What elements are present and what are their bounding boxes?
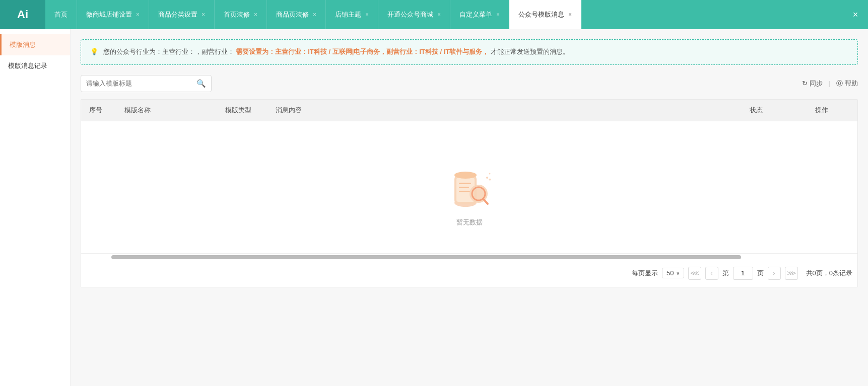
close-tab-weishop[interactable]: × — [136, 11, 140, 18]
data-table: 序号 模版名称 模版类型 消息内容 状态 操作 — [81, 100, 857, 254]
total-record-label: 共0页，0条记录 — [806, 269, 852, 278]
prev-page-icon: ‹ — [710, 269, 712, 277]
nav-tab-homepage[interactable]: 首页装修 × — [215, 0, 267, 29]
search-input[interactable] — [86, 80, 196, 87]
nav-tab-category[interactable]: 商品分类设置 × — [149, 0, 215, 29]
close-tab-theme[interactable]: × — [365, 11, 369, 18]
app-logo: Ai — [0, 0, 45, 29]
svg-point-11 — [489, 173, 490, 174]
svg-point-10 — [486, 177, 488, 179]
page-size-label: 每页显示 — [632, 269, 658, 278]
search-icon[interactable]: 🔍 — [196, 79, 206, 88]
help-icon: ⓪ — [836, 79, 843, 88]
help-button[interactable]: ⓪ 帮助 — [836, 79, 858, 88]
close-tab-custmenu[interactable]: × — [496, 11, 500, 18]
close-tab-homepage[interactable]: × — [254, 11, 257, 18]
svg-rect-3 — [459, 183, 471, 184]
col-action: 操作 — [807, 100, 857, 121]
empty-illustration — [439, 158, 500, 218]
nav-tab-wxshop[interactable]: 开通公众号商城 × — [378, 0, 450, 29]
toolbar-right: ↻ 同步 | ⓪ 帮助 — [802, 79, 858, 88]
sidebar-item-template-msg-log[interactable]: 模版消息记录 — [0, 55, 70, 76]
empty-state-cell: 暂无数据 — [81, 121, 857, 253]
page-label: 页 — [757, 269, 764, 278]
sync-button[interactable]: ↻ 同步 — [802, 79, 823, 88]
top-navigation: Ai 首页 微商城店铺设置 × 商品分类设置 × 首页装修 × 商品页装修 × … — [0, 0, 868, 29]
nav-tab-theme[interactable]: 店铺主题 × — [326, 0, 378, 29]
first-page-icon: ⋘ — [690, 269, 699, 277]
sidebar-item-template-msg[interactable]: 模版消息 — [0, 34, 70, 55]
toolbar-divider: | — [829, 80, 830, 87]
close-tab-tmplmsg[interactable]: × — [568, 11, 572, 18]
nav-tabs-container: 首页 微商城店铺设置 × 商品分类设置 × 首页装修 × 商品页装修 × 店铺主… — [45, 0, 843, 29]
search-bar: 🔍 ↻ 同步 | ⓪ 帮助 — [81, 75, 858, 92]
svg-point-9 — [454, 172, 477, 179]
empty-text: 暂无数据 — [456, 218, 483, 227]
table-container: 序号 模版名称 模版类型 消息内容 状态 操作 — [81, 99, 858, 287]
content-area: 💡 您的公众号行业为：主营行业：，副营行业： 需要设置为：主营行业：IT科技 /… — [71, 29, 868, 386]
col-status: 状态 — [742, 100, 807, 121]
page-size-select[interactable]: 50 ∨ — [662, 268, 684, 278]
search-input-wrap: 🔍 — [81, 75, 212, 92]
close-tab-wxshop[interactable]: × — [437, 11, 441, 18]
col-content: 消息内容 — [268, 100, 742, 121]
main-layout: 模版消息 模版消息记录 💡 您的公众号行业为：主营行业：，副营行业： 需要设置为… — [0, 29, 868, 386]
nav-tab-custmenu[interactable]: 自定义菜单 × — [450, 0, 509, 29]
page-text: 第 — [722, 269, 729, 278]
first-page-button[interactable]: ⋘ — [688, 267, 701, 280]
col-name: 模版名称 — [116, 100, 217, 121]
nav-tab-product[interactable]: 商品页装修 × — [267, 0, 326, 29]
sync-icon: ↻ — [802, 80, 808, 87]
prev-page-button[interactable]: ‹ — [705, 267, 718, 280]
nav-tab-weishop[interactable]: 微商城店铺设置 × — [77, 0, 149, 29]
svg-rect-4 — [459, 187, 469, 188]
notice-banner: 💡 您的公众号行业为：主营行业：，副营行业： 需要设置为：主营行业：IT科技 /… — [81, 39, 858, 65]
last-page-icon: ⋙ — [787, 269, 796, 277]
next-page-icon: › — [773, 269, 775, 277]
close-tab-category[interactable]: × — [202, 11, 205, 18]
col-type: 模版类型 — [217, 100, 268, 121]
col-seq: 序号 — [81, 100, 116, 121]
current-page-input[interactable] — [733, 267, 753, 280]
nav-tab-tmplmsg[interactable]: 公众号模版消息 × — [509, 0, 581, 29]
nav-tab-home[interactable]: 首页 — [45, 0, 77, 29]
sidebar: 模版消息 模版消息记录 — [0, 29, 71, 386]
svg-rect-5 — [459, 191, 470, 192]
close-all-tabs-button[interactable]: × — [843, 0, 868, 29]
pagination: 每页显示 50 ∨ ⋘ ‹ 第 页 › ⋙ — [81, 260, 857, 287]
horizontal-scrollbar[interactable] — [81, 254, 857, 260]
empty-state: 暂无数据 — [89, 127, 849, 247]
chevron-down-icon: ∨ — [676, 270, 680, 276]
notice-icon: 💡 — [90, 48, 98, 55]
close-tab-product[interactable]: × — [313, 11, 316, 18]
next-page-button[interactable]: › — [768, 267, 781, 280]
scrollbar-thumb[interactable] — [111, 255, 741, 259]
last-page-button[interactable]: ⋙ — [785, 267, 798, 280]
